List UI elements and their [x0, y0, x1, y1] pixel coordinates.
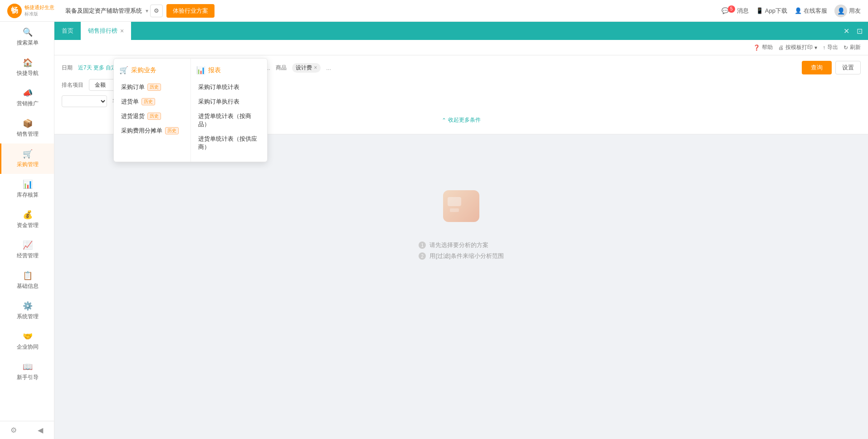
- date-label: 日期: [62, 64, 73, 72]
- tab-close-btn[interactable]: ✕: [842, 25, 851, 37]
- system-dropdown-icon[interactable]: ▾: [146, 8, 148, 14]
- receipt-history-badge: 历史: [141, 98, 155, 105]
- sidebar-item-operations[interactable]: 📈 经营管理: [0, 235, 54, 265]
- sidebar-bottom: ⚙ ◀: [0, 421, 54, 439]
- tab-sales-ranking[interactable]: 销售排行榜 ×: [81, 22, 131, 40]
- print-dropdown-icon[interactable]: ▾: [814, 44, 817, 51]
- refresh-icon: ↻: [844, 44, 848, 51]
- sidebar-item-finance[interactable]: 💰 资金管理: [0, 204, 54, 235]
- sidebar-label-cooperation: 企业协同: [17, 343, 39, 351]
- sidebar-settings-btn[interactable]: ⚙: [0, 421, 27, 439]
- goods-tag-remove[interactable]: ×: [314, 64, 317, 71]
- dropdown-menu: 🛒 采购业务 采购订单 历史 进货单 历史 进货退货 历史: [113, 58, 268, 162]
- sidebar-label-quick-nav: 快捷导航: [17, 69, 39, 77]
- sidebar-label-finance: 资金管理: [17, 222, 39, 229]
- po-history-badge: 历史: [147, 84, 161, 91]
- marketing-icon: 📣: [23, 88, 33, 98]
- finance-icon: 💰: [23, 210, 33, 220]
- extra-select[interactable]: [62, 95, 107, 107]
- dropdown-report-col: 📊 报表 采购订单统计表 采购订单执行表 进货单统计表（按商品） 进货单统计表（…: [191, 59, 268, 162]
- logo-sub: 标准版: [24, 11, 54, 17]
- export-btn[interactable]: ↑ 导出: [823, 44, 838, 51]
- messages-label: 消息: [737, 7, 749, 15]
- rank-label: 排名项目: [62, 81, 83, 89]
- sidebar-item-marketing[interactable]: 📣 营销推广: [0, 83, 54, 113]
- sidebar-item-quick-nav[interactable]: 🏠 快捷导航: [0, 52, 54, 83]
- sidebar-label-purchase: 采购管理: [17, 161, 39, 168]
- empty-illustration: [434, 190, 488, 236]
- phone-icon: 📱: [756, 7, 763, 14]
- query-btn[interactable]: 查询: [802, 61, 832, 74]
- header-right: 💬 5 消息 📱 App下载 👤 在线客服 👤 用友: [722, 5, 861, 17]
- tab-restore-btn[interactable]: ⊡: [855, 25, 864, 37]
- layout: 🔍 搜索菜单 🏠 快捷导航 📣 营销推广 📦 销售管理 🛒 采购管理 📊 库存核…: [0, 22, 868, 439]
- dropdown-receipt-stat-supplier[interactable]: 进货单统计表（按供应商）: [196, 132, 262, 154]
- collapse-icon: ⌃: [442, 117, 446, 123]
- tab-home-label: 首页: [62, 27, 73, 35]
- print-icon: 🖨: [778, 44, 784, 51]
- help-icon: ❓: [753, 44, 760, 51]
- sidebar-collapse-btn[interactable]: ◀: [27, 421, 54, 439]
- help-btn[interactable]: ❓ 帮助: [753, 44, 773, 51]
- tab-bar: 首页 销售排行榜 × ✕ ⊡: [54, 22, 868, 40]
- sidebar-label-inventory: 库存核算: [17, 191, 39, 199]
- settings-button[interactable]: ⚙: [150, 5, 163, 17]
- sidebar-label-basic: 基础信息: [17, 282, 39, 290]
- search-icon: 🔍: [23, 27, 33, 37]
- online-service-item[interactable]: 👤 在线客服: [795, 7, 827, 15]
- sidebar-item-system[interactable]: ⚙️ 系统管理: [0, 296, 54, 326]
- guide-icon: 📖: [23, 362, 33, 372]
- empty-hint-1: 请先选择要分析的方案: [429, 241, 488, 249]
- dropdown-po-stat[interactable]: 采购订单统计表: [196, 80, 262, 94]
- refresh-btn[interactable]: ↻ 刷新: [844, 44, 861, 51]
- dropdown-receipt-stat-goods[interactable]: 进货单统计表（按商品）: [196, 109, 262, 132]
- user-avatar: 👤: [834, 5, 847, 17]
- sidebar-label-guide: 新手引导: [17, 374, 39, 381]
- sidebar-label-sales: 销售管理: [17, 130, 39, 138]
- dropdown-expense[interactable]: 采购费用分摊单 历史: [119, 123, 185, 138]
- sidebar-item-inventory[interactable]: 📊 库存核算: [0, 174, 54, 204]
- goods-tag: 设计费 ×: [292, 63, 321, 73]
- logo-area: 畅 畅捷通好生意 标准版: [7, 4, 62, 18]
- logo-text: 畅捷通好生意: [24, 4, 54, 10]
- messages-item[interactable]: 💬 5 消息: [722, 7, 749, 15]
- tab-close-icon[interactable]: ×: [120, 27, 124, 35]
- sidebar-label-marketing: 营销推广: [17, 100, 39, 108]
- dropdown-receipt[interactable]: 进货单 历史: [119, 94, 185, 109]
- expense-history-badge: 历史: [165, 127, 179, 134]
- sidebar-item-basic[interactable]: 📋 基础信息: [0, 265, 54, 296]
- dropdown-purchase-col: 🛒 采购业务 采购订单 历史 进货单 历史 进货退货 历史: [114, 59, 191, 162]
- system-icon: ⚙️: [23, 301, 33, 311]
- print-btn[interactable]: 🖨 按模板打印 ▾: [778, 44, 817, 51]
- export-icon: ↑: [823, 44, 825, 51]
- dropdown-po[interactable]: 采购订单 历史: [119, 80, 185, 94]
- sidebar-item-sales[interactable]: 📦 销售管理: [0, 113, 54, 143]
- goods-dots[interactable]: ...: [326, 64, 331, 71]
- tab-right-controls: ✕ ⊡: [842, 22, 868, 40]
- main-content: 首页 销售排行榜 × ✕ ⊡ ❓ 帮助 🖨 按模板: [54, 22, 868, 439]
- filter-actions: 查询 设置: [802, 61, 861, 74]
- goods-label: 商品: [276, 64, 287, 72]
- content-area: ❓ 帮助 🖨 按模板打印 ▾ ↑ 导出 ↻ 刷新: [54, 40, 868, 439]
- sidebar-item-purchase[interactable]: 🛒 采购管理: [0, 143, 54, 174]
- dropdown-purchase-title: 🛒 采购业务: [119, 66, 185, 74]
- sidebar-item-cooperation[interactable]: 🤝 企业协同: [0, 326, 54, 356]
- home-icon: 🏠: [23, 58, 33, 68]
- dropdown-po-exec[interactable]: 采购订单执行表: [196, 94, 262, 109]
- user-item[interactable]: 👤 用友: [834, 5, 861, 17]
- tab-home[interactable]: 首页: [54, 22, 81, 40]
- message-badge: 5: [728, 5, 735, 13]
- toolbar-row: ❓ 帮助 🖨 按模板打印 ▾ ↑ 导出 ↻ 刷新: [54, 40, 868, 55]
- filter-settings-btn[interactable]: 设置: [835, 61, 861, 74]
- dropdown-return[interactable]: 进货退货 历史: [119, 109, 185, 123]
- industry-btn[interactable]: 体验行业方案: [166, 4, 215, 18]
- return-history-badge: 历史: [147, 113, 161, 120]
- app-download-item[interactable]: 📱 App下载: [756, 7, 787, 15]
- sidebar-item-guide[interactable]: 📖 新手引导: [0, 356, 54, 387]
- sidebar-item-search[interactable]: 🔍 搜索菜单: [0, 22, 54, 52]
- sales-icon: 📦: [23, 118, 33, 128]
- basic-icon: 📋: [23, 271, 33, 281]
- purchase-title-icon: 🛒: [119, 66, 128, 74]
- operations-icon: 📈: [23, 240, 33, 250]
- dropdown-report-title: 📊 报表: [196, 66, 262, 74]
